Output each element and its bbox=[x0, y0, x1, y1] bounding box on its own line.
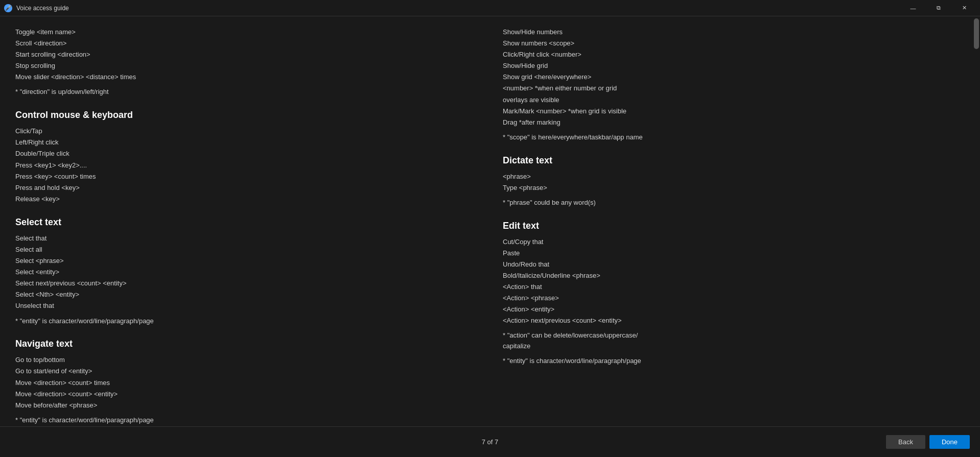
list-item: <Action> <phrase> bbox=[503, 293, 965, 304]
list-item: Double/Triple click bbox=[15, 148, 477, 159]
back-button[interactable]: Back bbox=[886, 435, 925, 449]
section-title: Control mouse & keyboard bbox=[15, 110, 477, 121]
list-item: Paste bbox=[503, 248, 965, 259]
list-item: Go to top/bottom bbox=[15, 354, 477, 366]
note: * "scope" is here/everywhere/taskbar/app… bbox=[503, 132, 965, 143]
list-item: Press <key1> <key2>.... bbox=[15, 160, 477, 171]
list-item: Select <Nth> <entity> bbox=[15, 289, 477, 300]
list-item: Show/Hide numbers bbox=[503, 27, 965, 38]
page-indicator: 7 of 7 bbox=[482, 438, 499, 446]
list-item: Move <direction> <count> <entity> bbox=[15, 389, 477, 400]
show-hide-section: Show/Hide numbers Show numbers <scope> C… bbox=[503, 27, 965, 143]
note: * "direction" is up/down/left/right bbox=[15, 87, 477, 98]
list-item: Select <entity> bbox=[15, 267, 477, 278]
section-control-mouse-keyboard: Control mouse & keyboard Click/Tap Left/… bbox=[15, 110, 477, 205]
list-item: <phrase> bbox=[503, 171, 965, 182]
list-item: Release <key> bbox=[15, 194, 477, 205]
list-item: Toggle <item name> bbox=[15, 27, 477, 38]
list-item: Click/Tap bbox=[15, 126, 477, 137]
window-title: Voice access guide bbox=[16, 5, 69, 12]
list-item: Move slider <direction> <distance> times bbox=[15, 71, 477, 83]
list-item: <Action> that bbox=[503, 281, 965, 293]
title-bar-left: 🎤 Voice access guide bbox=[4, 4, 69, 12]
content-area: Toggle <item name> Scroll <direction> St… bbox=[0, 16, 980, 457]
section-dictate-text: Dictate text <phrase> Type <phrase> * "p… bbox=[503, 155, 965, 208]
app-icon: 🎤 bbox=[4, 4, 12, 12]
title-bar: 🎤 Voice access guide — ⧉ ✕ bbox=[0, 0, 980, 16]
section-navigate-text: Navigate text Go to top/bottom Go to sta… bbox=[15, 339, 477, 440]
list-item: Press <key> <count> times bbox=[15, 171, 477, 182]
list-item: Undo/Redo that bbox=[503, 259, 965, 270]
continuation-items: Toggle <item name> Scroll <direction> St… bbox=[15, 27, 477, 98]
list-item: Select <phrase> bbox=[15, 255, 477, 267]
restore-button[interactable]: ⧉ bbox=[927, 0, 950, 16]
section-select-text: Select text Select that Select all Selec… bbox=[15, 217, 477, 326]
note: * "entity" is character/word/line/paragr… bbox=[15, 316, 477, 327]
list-item: Show/Hide grid bbox=[503, 60, 965, 71]
left-column: Toggle <item name> Scroll <direction> St… bbox=[15, 27, 498, 416]
list-item: Mark/Mark <number> *when grid is visible bbox=[503, 106, 965, 117]
list-item: <Action> next/previous <count> <entity> bbox=[503, 315, 965, 326]
list-item: Type <phrase> bbox=[503, 182, 965, 194]
list-item: Move before/after <phrase> bbox=[15, 400, 477, 411]
list-item: Press and hold <key> bbox=[15, 182, 477, 194]
bottom-bar: 7 of 7 Back Done bbox=[0, 426, 980, 457]
list-item: Select all bbox=[15, 244, 477, 255]
note: * "action" can be delete/lowercase/upper… bbox=[503, 330, 965, 352]
note: * "entity" is character/word/line/paragr… bbox=[503, 356, 965, 367]
list-item: Select next/previous <count> <entity> bbox=[15, 278, 477, 289]
note: * "phrase" could be any word(s) bbox=[503, 198, 965, 208]
list-item: Cut/Copy that bbox=[503, 236, 965, 248]
list-item: overlays are visible bbox=[503, 94, 965, 106]
list-item: Show grid <here/everywhere> bbox=[503, 71, 965, 83]
right-column: Show/Hide numbers Show numbers <scope> C… bbox=[498, 27, 965, 416]
minimize-button[interactable]: — bbox=[901, 0, 925, 16]
list-item: Go to start/end of <entity> bbox=[15, 366, 477, 377]
done-button[interactable]: Done bbox=[929, 435, 970, 449]
list-item: Scroll <direction> bbox=[15, 38, 477, 49]
title-bar-controls: — ⧉ ✕ bbox=[901, 0, 976, 16]
section-edit-text: Edit text Cut/Copy that Paste Undo/Redo … bbox=[503, 221, 965, 367]
list-item: Bold/Italicize/Underline <phrase> bbox=[503, 270, 965, 281]
list-item: Drag *after marking bbox=[503, 117, 965, 128]
section-title: Dictate text bbox=[503, 155, 965, 166]
nav-buttons: Back Done bbox=[886, 435, 970, 449]
list-item: Move <direction> <count> times bbox=[15, 377, 477, 389]
list-item: Unselect that bbox=[15, 300, 477, 311]
list-item: Left/Right click bbox=[15, 137, 477, 148]
list-item: Select that bbox=[15, 233, 477, 244]
list-item: <number> *when either number or grid bbox=[503, 83, 965, 94]
section-title: Edit text bbox=[503, 221, 965, 231]
section-title: Select text bbox=[15, 217, 477, 228]
list-item: <Action> <entity> bbox=[503, 304, 965, 315]
list-item: Stop scrolling bbox=[15, 60, 477, 71]
list-item: Show numbers <scope> bbox=[503, 38, 965, 49]
close-button[interactable]: ✕ bbox=[952, 0, 976, 16]
list-item: Start scrolling <direction> bbox=[15, 49, 477, 60]
list-item: Click/Right click <number> bbox=[503, 49, 965, 60]
note: * "entity" is character/word/line/paragr… bbox=[15, 415, 477, 426]
scrollbar[interactable] bbox=[972, 16, 980, 426]
scrollbar-thumb[interactable] bbox=[974, 18, 979, 49]
section-title: Navigate text bbox=[15, 339, 477, 349]
